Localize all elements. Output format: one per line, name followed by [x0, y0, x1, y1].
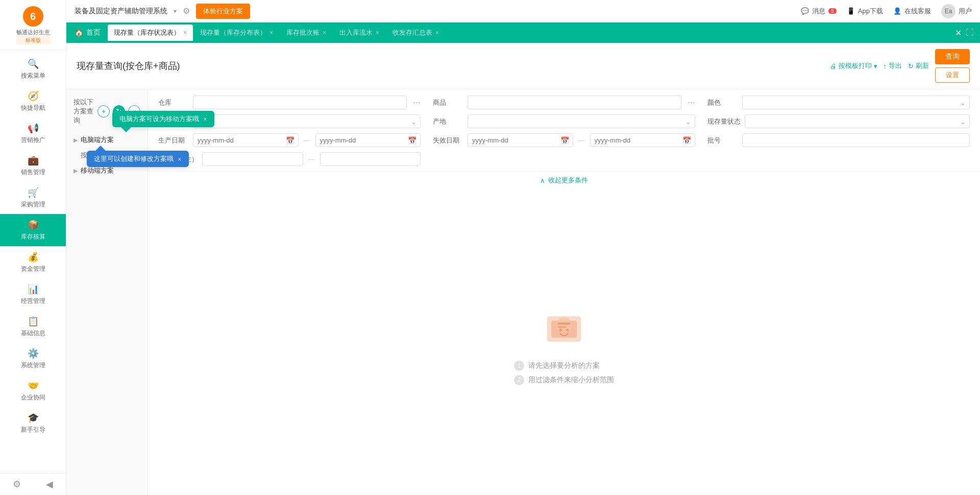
tooltip-close-button[interactable]: × [178, 155, 182, 163]
sidebar-item-label: 新手引导 [21, 426, 45, 434]
empty-tip-2: 2 用过滤条件来缩小分析范围 [514, 375, 614, 385]
messages-item[interactable]: 💬 消息 8 [801, 7, 837, 16]
sidebar-item-sales[interactable]: 💼 销售管理 [0, 150, 66, 182]
color-label: 颜色 [707, 98, 738, 107]
calendar-icon[interactable]: 📅 [560, 136, 569, 145]
tab-flow-label: 出入库流水 [339, 28, 373, 37]
tip-num-1: 1 [514, 361, 524, 371]
tab-bar: 🏠 首页 现存量（库存状况表） × 现存量（库存分布表） × 库存批次账 × 出… [66, 22, 980, 43]
tab-close-icon[interactable]: × [270, 29, 273, 36]
collapse-bar[interactable]: ∧ 收起更多条件 [148, 171, 980, 189]
print-button[interactable]: 🖨 按模板打印 ▾ [830, 61, 877, 70]
stock-qty-from-wrap [202, 152, 303, 166]
warehouse-label: 仓库 [158, 98, 189, 107]
tab-batch[interactable]: 库存批次账 × [280, 25, 332, 41]
warehouse-more-icon[interactable]: ··· [413, 97, 421, 108]
tab-summary-label: 收发存汇总表 [393, 28, 432, 37]
batch-input[interactable] [742, 133, 970, 147]
warehouse-input[interactable] [193, 96, 407, 109]
size-select[interactable] [193, 114, 421, 128]
logo-area: 6 畅通达好生意 标准版 [0, 0, 66, 50]
color-select[interactable] [742, 96, 970, 109]
nav-icon: 🧭 [28, 90, 39, 102]
system-name: 装备及固定资产辅助管理系统 [75, 7, 167, 16]
sidebar-bottom: ⚙ ◀ [0, 473, 66, 495]
calendar-icon[interactable]: 📅 [286, 136, 295, 145]
svg-point-5 [559, 328, 562, 331]
setup-button[interactable]: 设置 [935, 67, 970, 83]
logo-icon: 6 [23, 6, 43, 27]
origin-select[interactable] [468, 114, 695, 128]
tooltip-close-button[interactable]: × [203, 115, 207, 123]
online-support-item[interactable]: 👤 在线客服 [893, 7, 931, 16]
sidebar-item-enterprise[interactable]: 🤝 企业协同 [0, 375, 66, 407]
settings-button[interactable]: ⚙ [13, 479, 21, 490]
expand-icon: ▶ [74, 137, 78, 144]
sidebar-item-operation[interactable]: 📊 经营管理 [0, 278, 66, 311]
stock-qty-from[interactable] [202, 152, 303, 166]
sidebar-item-inventory[interactable]: 📦 库存核算 [0, 214, 66, 246]
origin-select-wrap [468, 114, 695, 128]
refresh-button[interactable]: ↻ 刷新 [908, 61, 929, 70]
tab-inventory-dist[interactable]: 现存量（库存分布表） × [194, 25, 279, 41]
export-button[interactable]: ↑ 导出 [884, 61, 902, 70]
scheme-item-pc[interactable]: ▶ 电脑端方案 [66, 132, 148, 148]
app-download-item[interactable]: 📱 App下载 [847, 7, 883, 16]
sidebar-item-finance[interactable]: 💰 资金管理 [0, 246, 66, 278]
tab-summary[interactable]: 收发存汇总表 × [386, 25, 445, 41]
stock-qty-to[interactable] [320, 152, 421, 166]
stock-status-select[interactable] [745, 114, 970, 128]
expire-date-from[interactable] [468, 133, 573, 147]
tab-close-all-icon[interactable]: ✕ [955, 28, 962, 38]
tab-flow[interactable]: 出入库流水 × [333, 25, 385, 41]
sidebar-item-system[interactable]: ⚙️ 系统管理 [0, 343, 66, 375]
filter-goods: 商品 ··· [433, 96, 695, 109]
goods-input[interactable] [468, 96, 681, 109]
user-item[interactable]: Ea 用户 [941, 4, 972, 18]
sidebar-item-search[interactable]: 🔍 搜索菜单 [0, 53, 66, 85]
tab-close-icon[interactable]: × [183, 29, 187, 36]
calendar-icon[interactable]: 📅 [682, 136, 691, 145]
sidebar-item-guide[interactable]: 🎓 新手引导 [0, 407, 66, 439]
main-body: 按以下方案查询 + ↻ « ▶ 电脑端方案 按供应商 [66, 89, 980, 495]
sidebar-item-purchase[interactable]: 🛒 采购管理 [0, 182, 66, 214]
expire-date-to-wrap: 📅 [590, 133, 696, 147]
industry-button[interactable]: 体验行业方案 [196, 4, 250, 19]
empty-tips: 1 请先选择要分析的方案 2 用过滤条件来缩小分析范围 [514, 361, 614, 385]
chevron-up-icon: ∧ [540, 177, 545, 184]
top-header: 装备及固定资产辅助管理系统 ▾ ⚙ 体验行业方案 💬 消息 8 📱 App下载 … [66, 0, 980, 22]
sidebar-item-label: 经营管理 [21, 297, 45, 305]
goods-more-icon[interactable]: ··· [688, 97, 695, 108]
tab-close-icon[interactable]: × [376, 29, 379, 36]
search-icon: 🔍 [28, 58, 39, 69]
collapse-sidebar-button[interactable]: ◀ [46, 479, 53, 490]
content-area: 现存量查询(按仓库+商品) 🖨 按模板打印 ▾ ↑ 导出 ↻ 刷新 [66, 43, 980, 495]
calendar-icon[interactable]: 📅 [408, 136, 416, 145]
tab-close-icon[interactable]: × [435, 29, 439, 36]
page-header: 现存量查询(按仓库+商品) 🖨 按模板打印 ▾ ↑ 导出 ↻ 刷新 [66, 43, 980, 89]
query-button[interactable]: 查询 [935, 49, 970, 64]
sidebar-item-marketing[interactable]: 📢 营销推广 [0, 117, 66, 150]
system-dropdown-icon[interactable]: ▾ [174, 8, 177, 15]
settings-icon[interactable]: ⚙ [183, 6, 190, 16]
sidebar-item-basic[interactable]: 📋 基础信息 [0, 311, 66, 343]
filter-row-1: 仓库 ··· 商品 ··· [158, 96, 970, 109]
expire-date-label: 失效日期 [433, 136, 463, 145]
tab-fullscreen-icon[interactable]: ⛶ [966, 28, 974, 37]
page-title: 现存量查询(按仓库+商品) [77, 60, 180, 72]
sidebar: 6 畅通达好生意 标准版 🔍 搜索菜单 🧭 快捷导航 📢 营销推广 💼 销售管理… [0, 0, 66, 495]
sidebar-item-nav[interactable]: 🧭 快捷导航 [0, 85, 66, 117]
date-dash: — [304, 136, 310, 144]
scheme-item-label: 电脑端方案 [81, 135, 114, 145]
tab-home[interactable]: 🏠 首页 [68, 25, 107, 41]
color-select-wrap [742, 96, 970, 109]
svg-point-6 [566, 328, 569, 331]
export-icon: ↑ [884, 62, 887, 70]
produce-date-to[interactable] [315, 133, 421, 147]
add-scheme-button[interactable]: + [97, 105, 110, 117]
produce-date-from[interactable] [193, 133, 299, 147]
expire-date-to[interactable] [590, 133, 696, 147]
tab-inventory-status[interactable]: 现存量（库存状况表） × [108, 25, 193, 41]
filter-label: 按以下方案查询 [74, 98, 93, 125]
tab-close-icon[interactable]: × [323, 29, 326, 36]
